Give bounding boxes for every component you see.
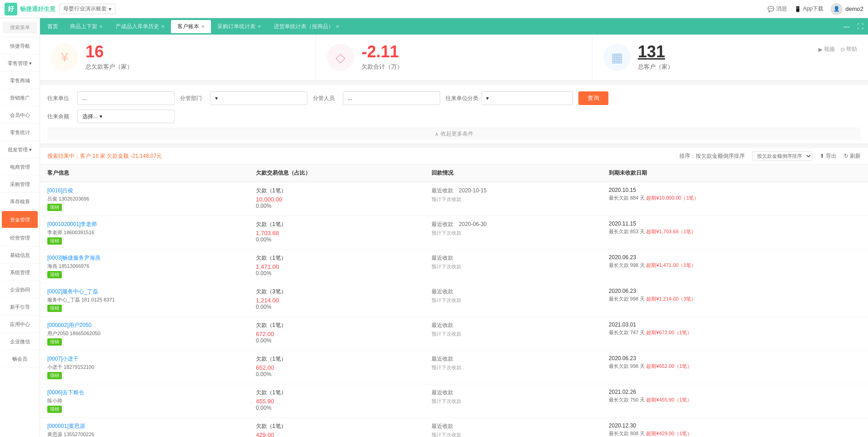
sidebar-item-newguide[interactable]: 新手引导 <box>0 298 40 316</box>
person-input[interactable]: ... <box>343 91 440 105</box>
sidebar-item-enterprise[interactable]: 企业协同 <box>0 281 40 298</box>
tab-purchase[interactable]: 采购订单统计表 ✕ <box>211 20 267 33</box>
tab-production-close[interactable]: ✕ <box>161 24 165 29</box>
debt-amount[interactable]: 455.90 <box>256 398 417 405</box>
customer-name-link[interactable]: [0007]小迸干 <box>47 355 241 363</box>
topbar-right: 💬 消息 📱 App下载 👤 demo2 <box>768 3 863 15</box>
dept-selector[interactable]: ▾ <box>210 91 307 105</box>
cell-recovery-5: 最近收款 预计下次收款 <box>424 351 602 384</box>
results-count: 16 <box>92 153 98 159</box>
customer-name-link[interactable]: [0001020001]李老师 <box>47 221 241 228</box>
cell-debt-3: 欠款（3笔） 1,214.00 0.00% <box>249 283 424 317</box>
sidebar-item-marketing[interactable]: 营销推广 <box>0 89 40 106</box>
tab-home[interactable]: 首页 <box>42 20 64 33</box>
tabs-expand-button[interactable]: ⛶ <box>854 22 866 31</box>
app-download-button[interactable]: 📱 App下载 <box>794 5 823 13</box>
due-date: 2021.02.26 <box>609 389 861 395</box>
customer-name-link[interactable]: [0006]去下粮仓 <box>47 389 241 397</box>
customer-phone: 海燕 18513066976 <box>47 263 241 270</box>
due-date: 2020.06.23 <box>609 254 861 261</box>
search-button[interactable]: 查询 <box>578 91 608 105</box>
doc-help-button[interactable]: ⊙ 帮助 <box>840 45 857 53</box>
tab-production[interactable]: 产成品入库单历史 ✕ <box>109 20 171 33</box>
sidebar-item-ops[interactable]: 经营管理 <box>0 229 40 246</box>
sort-selector[interactable]: 按欠款金额倒序排序 <box>752 151 813 161</box>
tab-purchase-close[interactable]: ✕ <box>257 24 261 29</box>
sidebar-item-member-vip[interactable]: 畅会员 <box>0 350 40 367</box>
overdue-link[interactable]: 超期¥455.90（1笔） <box>646 397 692 402</box>
filter-source-unit-label: 往来单位 <box>47 95 75 102</box>
filter-row-2: 往来余额 选择... ▾ <box>47 110 861 123</box>
message-button[interactable]: 💬 消息 <box>768 5 787 13</box>
collapse-filter-button[interactable]: ∧ 收起更多条件 <box>47 128 861 140</box>
overdue-link[interactable]: 超期¥1,214.00（3笔） <box>646 296 696 301</box>
overdue-link[interactable]: 超期¥652.00（1笔） <box>646 363 692 369</box>
debt-amount[interactable]: 672.00 <box>256 331 417 337</box>
source-unit-input[interactable]: ... <box>77 91 175 105</box>
export-button[interactable]: ⬆ 导出 <box>820 152 837 160</box>
tab-purchase-label: 采购订单统计表 <box>217 23 256 30</box>
sidebar-item-purchase[interactable]: 采购管理 <box>0 176 40 193</box>
sidebar-item-batch-mgmt[interactable]: 批发管理 ▾ <box>0 141 40 158</box>
filter-balance: 往来余额 选择... ▾ <box>47 110 175 123</box>
sidebar-item-ecom[interactable]: 电商管理 <box>0 158 40 176</box>
overdue-link[interactable]: 超期¥672.00（1笔） <box>646 330 692 335</box>
customer-name-link[interactable]: [000001]黄思源 <box>47 422 241 430</box>
debt-amount[interactable]: 1,471.00 <box>256 263 417 270</box>
sidebar-item-sys-mgmt[interactable]: 系统管理 <box>0 264 40 281</box>
due-date: 2020.06.23 <box>609 288 861 294</box>
message-label: 消息 <box>776 5 787 13</box>
user-label: demo2 <box>845 5 863 12</box>
customer-name-link[interactable]: [0016]吕俊 <box>47 187 241 195</box>
results-info: 搜索结果中，客户 16 家 欠款金额 -21,148.07元 <box>47 152 162 160</box>
sidebar-item-inventory[interactable]: 库存核算 <box>0 193 40 210</box>
tab-customer[interactable]: 客户账本 ✕ <box>171 20 211 33</box>
debt-amount[interactable]: 10,000.00 <box>256 196 417 203</box>
table-row: [0003]畅捷服务尹海燕 海燕 18513066976 现销 欠款（1笔） 1… <box>40 250 868 283</box>
search-menu-button[interactable]: 搜索菜单 <box>3 22 37 33</box>
sidebar-item-wechat[interactable]: 企业微信 <box>0 333 40 350</box>
overdue-link[interactable]: 超期¥1,703.68（1笔） <box>646 229 696 234</box>
video-help-button[interactable]: ▶ 视频 <box>818 45 835 53</box>
sidebar-item-retail-mall[interactable]: 零售商城 <box>0 72 40 89</box>
source-unit-ellipsis: ... <box>82 95 87 101</box>
debt-percent: 0.00% <box>256 337 417 344</box>
cell-debt-0: 欠款（1笔） 10,000.00 0.00% <box>249 182 424 216</box>
customer-phone: 小迸干 18279152100 <box>47 364 241 371</box>
overdue-link[interactable]: 超期¥429.00（1笔） <box>646 431 692 436</box>
customer-name-link[interactable]: [0003]畅捷服务尹海燕 <box>47 254 241 262</box>
user-area[interactable]: 👤 demo2 <box>831 3 863 15</box>
customer-name-link[interactable]: [000002]用户2050 <box>47 321 241 329</box>
balance-selector[interactable]: 选择... ▾ <box>77 110 175 123</box>
debt-amount[interactable]: 1,703.68 <box>256 230 417 236</box>
overdue-link[interactable]: 超期¥1,471.00（1笔） <box>646 262 696 268</box>
col-customer-info: 客户信息 <box>40 165 249 182</box>
debt-amount[interactable]: 1,214.00 <box>256 297 417 304</box>
tab-incoming-close[interactable]: ✕ <box>336 24 339 29</box>
sidebar-item-finance[interactable]: 资金管理 <box>2 211 38 228</box>
sidebar-item-retail-stat[interactable]: 零售统计 <box>0 124 40 141</box>
refresh-button[interactable]: ↻ 刷新 <box>844 152 861 160</box>
overdue-link[interactable]: 超期¥10,000.00（1笔） <box>646 195 699 201</box>
message-icon: 💬 <box>768 6 774 12</box>
filter-balance-label: 往来余额 <box>47 113 75 121</box>
unit-category-selector[interactable]: ▾ <box>481 91 573 105</box>
tab-goods[interactable]: 商品上下架 ✕ <box>64 20 109 33</box>
sidebar-item-member[interactable]: 会员中心 <box>0 106 40 124</box>
tab-customer-close[interactable]: ✕ <box>201 24 205 29</box>
filter-row-1: 往来单位 ... 分管部门 ▾ 分管人员 ... <box>47 91 861 105</box>
overdue-info: 最长欠款 750 天 超期¥455.90（1笔） <box>609 397 861 403</box>
sidebar-item-base-info[interactable]: 基础信息 <box>0 246 40 264</box>
collapse-icon: ∧ <box>435 131 439 137</box>
tab-incoming[interactable]: 进货单统计表（按商品） ✕ <box>267 20 346 33</box>
debt-amount[interactable]: 429.00 <box>256 432 417 437</box>
tab-production-label: 产成品入库单历史 <box>115 23 159 30</box>
cell-due-1: 2020.11.15 最长欠款 853 天 超期¥1,703.68（1笔） <box>602 216 868 250</box>
sidebar-item-app-center[interactable]: 应用中心 <box>0 316 40 333</box>
sidebar-item-retail-mgmt[interactable]: 零售管理 ▾ <box>0 55 40 72</box>
customer-name-link[interactable]: [0002]服务中心_丁磊 <box>47 288 241 296</box>
debt-amount[interactable]: 652.00 <box>256 364 417 371</box>
tabs-minimize-button[interactable]: — <box>841 22 853 31</box>
tab-goods-close[interactable]: ✕ <box>99 24 103 29</box>
industry-selector[interactable]: 母婴行业演示账套 ▾ <box>59 4 115 14</box>
